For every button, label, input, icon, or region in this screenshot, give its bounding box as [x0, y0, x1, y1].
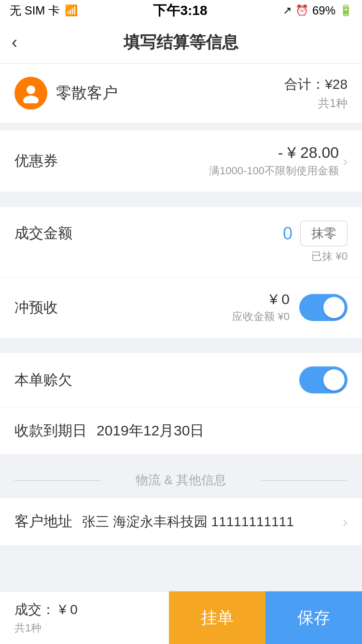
svg-point-0 [27, 85, 35, 94]
nav-bar: ‹ 填写结算等信息 [0, 21, 362, 64]
customer-count: 共1种 [284, 96, 348, 111]
chevron-right-icon: › [343, 153, 348, 169]
credit-toggle-knob [323, 369, 345, 391]
deal-amount-row: 成交金额 抹零 已抹 ¥0 [0, 207, 362, 278]
user-icon [21, 83, 41, 103]
customer-total: 合计：¥28 [284, 75, 348, 94]
deal-prepay-section: 成交金额 抹零 已抹 ¥0 冲预收 ¥ 0 应收金额 ¥0 [0, 207, 362, 337]
pending-button[interactable]: 挂单 [169, 591, 265, 644]
coupon-desc: 满1000-100不限制使用金额 [209, 164, 339, 178]
coupon-section: 优惠券 - ¥ 28.00 满1000-100不限制使用金额 › [0, 130, 362, 192]
customer-name: 零散客户 [56, 83, 118, 104]
status-right: ↗ ⏰ 69% 🔋 [283, 4, 352, 17]
wifi-icon: 📶 [65, 4, 78, 17]
coupon-row[interactable]: 优惠券 - ¥ 28.00 满1000-100不限制使用金额 › [0, 130, 362, 192]
status-bar: 无 SIM 卡 📶 下午3:18 ↗ ⏰ 69% 🔋 [0, 0, 362, 21]
round-zero-button[interactable]: 抹零 [300, 221, 348, 246]
prepay-toggle[interactable] [299, 294, 348, 321]
credit-section: 本单赊欠 收款到期日 2019年12月30日 [0, 353, 362, 454]
prepay-right: ¥ 0 应收金额 ¥0 [232, 291, 348, 324]
address-label: 客户地址 [14, 512, 72, 532]
carrier-text: 无 SIM 卡 [10, 3, 60, 18]
credit-row: 本单赊欠 [0, 353, 362, 407]
alarm-icon: ⏰ [295, 4, 308, 17]
deal-amount-input[interactable] [235, 224, 292, 244]
logistics-title: 物流 & 其他信息 [136, 473, 226, 487]
location-icon: ↗ [283, 4, 292, 17]
prepay-row: 冲预收 ¥ 0 应收金额 ¥0 [0, 278, 362, 337]
bottom-count: 共1种 [14, 621, 154, 635]
customer-avatar [14, 77, 47, 110]
due-date-value[interactable]: 2019年12月30日 [97, 421, 204, 441]
prepay-receivable: 应收金额 ¥0 [232, 309, 290, 324]
coupon-value-wrap: - ¥ 28.00 满1000-100不限制使用金额 [209, 144, 339, 178]
deal-amount-label: 成交金额 [14, 224, 72, 243]
coupon-row-right: - ¥ 28.00 满1000-100不限制使用金额 › [209, 144, 348, 178]
customer-right: 合计：¥28 共1种 [284, 75, 348, 111]
credit-toggle[interactable] [299, 366, 348, 393]
due-date-row: 收款到期日 2019年12月30日 [0, 407, 362, 454]
coupon-discount: - ¥ 28.00 [209, 144, 339, 162]
section-divider-2 [0, 345, 362, 353]
bottom-deal-text: 成交： ¥ 0 [14, 601, 154, 619]
prepay-value-wrap: ¥ 0 应收金额 ¥0 [232, 291, 290, 324]
address-chevron-icon: › [343, 514, 348, 530]
status-carrier: 无 SIM 卡 📶 [10, 3, 78, 18]
bottom-deal-label: 成交： [14, 602, 55, 617]
already-round-text: 已抹 ¥0 [311, 250, 348, 262]
logistics-header: 物流 & 其他信息 [0, 462, 362, 498]
address-left: 客户地址 张三 海淀永丰科技园 11111111111 [14, 512, 294, 532]
battery-icon: 🔋 [339, 4, 352, 17]
status-time: 下午3:18 [153, 1, 207, 20]
customer-left: 零散客户 [14, 77, 118, 110]
customer-section: 零散客户 合计：¥28 共1种 [0, 64, 362, 123]
page-title: 填写结算等信息 [124, 31, 238, 54]
credit-label: 本单赊欠 [14, 370, 72, 390]
battery-text: 69% [312, 4, 335, 17]
bottom-summary: 成交： ¥ 0 共1种 [0, 601, 169, 635]
toggle-knob [323, 297, 345, 318]
back-button[interactable]: ‹ [12, 32, 17, 53]
content-area: 零散客户 合计：¥28 共1种 优惠券 - ¥ 28.00 满1000-100不… [0, 64, 362, 603]
prepay-amount: ¥ 0 [232, 291, 290, 308]
bottom-bar: 成交： ¥ 0 共1种 挂单 保存 [0, 591, 362, 644]
prepay-label: 冲预收 [14, 298, 58, 318]
svg-point-1 [23, 96, 39, 103]
section-divider-3 [0, 454, 362, 462]
address-section[interactable]: 客户地址 张三 海淀永丰科技园 11111111111 › [0, 498, 362, 545]
bottom-deal-amount: ¥ 0 [59, 602, 78, 617]
coupon-label: 优惠券 [14, 151, 58, 171]
address-value: 张三 海淀永丰科技园 11111111111 [82, 513, 294, 531]
due-date-label: 收款到期日 [14, 421, 87, 441]
deal-amount-value-wrap: 抹零 [235, 221, 348, 246]
save-button[interactable]: 保存 [265, 591, 362, 644]
section-divider-1 [0, 199, 362, 207]
